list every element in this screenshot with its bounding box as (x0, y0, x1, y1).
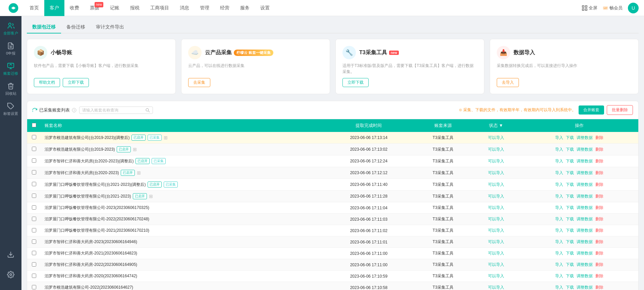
action-link-导入[interactable]: 导入 (555, 205, 563, 210)
action-link-导入[interactable]: 导入 (555, 274, 563, 278)
action-link-导入[interactable]: 导入 (555, 135, 563, 140)
action-link-调整数据[interactable]: 调整数据 (577, 251, 593, 256)
nav-bookkeeping[interactable]: 记账 (105, 0, 125, 16)
action-link-调整数据[interactable]: 调整数据 (577, 205, 593, 210)
action-link-调整数据[interactable]: 调整数据 (577, 182, 593, 187)
action-link-导入[interactable]: 导入 (555, 147, 563, 152)
nav-customer[interactable]: 客户 (44, 0, 64, 16)
action-link-下载[interactable]: 下载 (566, 262, 574, 267)
tab-backup-migrate[interactable]: 备份迁移 (61, 21, 91, 33)
action-link-删除[interactable]: 删除 (595, 182, 603, 187)
search-input[interactable] (82, 108, 143, 113)
sidebar-item-setting[interactable] (0, 265, 21, 285)
row-checkbox[interactable] (32, 135, 36, 139)
row-checkbox[interactable] (32, 170, 36, 174)
action-link-删除[interactable]: 删除 (595, 228, 603, 233)
nav-manage[interactable]: 管理 (195, 0, 215, 16)
action-link-导入[interactable]: 导入 (555, 170, 563, 175)
action-link-调整数据[interactable]: 调整数据 (577, 194, 593, 199)
search-icon[interactable] (145, 108, 150, 113)
user-avatar[interactable]: U (628, 3, 639, 13)
row-checkbox[interactable] (32, 251, 36, 255)
action-link-导入[interactable]: 导入 (555, 251, 563, 256)
row-checkbox[interactable] (32, 274, 36, 278)
row-checkbox[interactable] (32, 228, 36, 232)
action-link-调整数据[interactable]: 调整数据 (577, 239, 593, 244)
batch-delete-button[interactable]: 批量删除 (607, 105, 633, 115)
xiaochang-help-button[interactable]: 帮助文档 (34, 78, 60, 87)
nav-home[interactable]: 首页 (24, 0, 44, 16)
action-link-删除[interactable]: 删除 (595, 205, 603, 210)
action-link-导入[interactable]: 导入 (555, 182, 563, 187)
nav-operate[interactable]: 经营 (215, 0, 235, 16)
action-link-下载[interactable]: 下载 (566, 205, 574, 210)
action-link-调整数据[interactable]: 调整数据 (577, 285, 593, 290)
action-link-导入[interactable]: 导入 (555, 217, 563, 221)
action-link-下载[interactable]: 下载 (566, 239, 574, 244)
action-link-调整数据[interactable]: 调整数据 (577, 262, 593, 267)
row-checkbox[interactable] (32, 182, 36, 186)
action-link-删除[interactable]: 删除 (595, 135, 603, 140)
select-all-checkbox[interactable] (32, 123, 36, 127)
refresh-icon[interactable] (33, 108, 37, 113)
action-link-调整数据[interactable]: 调整数据 (577, 217, 593, 221)
nav-settings[interactable]: 设置 (255, 0, 275, 16)
action-link-删除[interactable]: 删除 (595, 262, 603, 267)
action-link-删除[interactable]: 删除 (595, 251, 603, 256)
import-go-button[interactable]: 去导入 (497, 78, 519, 87)
action-link-导入[interactable]: 导入 (555, 262, 563, 267)
action-link-删除[interactable]: 删除 (595, 194, 603, 199)
t3-download-button[interactable]: 立即下载 (342, 78, 369, 87)
action-link-下载[interactable]: 下载 (566, 159, 574, 163)
sidebar-item-recycle[interactable]: 回收站 (0, 79, 21, 99)
nav-invoice[interactable]: 票据new (85, 0, 105, 16)
vip-button[interactable]: VIP 畅会员 (603, 5, 623, 11)
action-link-下载[interactable]: 下载 (566, 182, 574, 187)
action-link-调整数据[interactable]: 调整数据 (577, 170, 593, 175)
nav-message[interactable]: 消息 (174, 0, 195, 16)
tab-data-migrate[interactable]: 数据包迁移 (27, 21, 61, 33)
action-link-下载[interactable]: 下载 (566, 285, 574, 290)
row-checkbox[interactable] (32, 194, 36, 198)
action-link-删除[interactable]: 删除 (595, 147, 603, 152)
action-link-删除[interactable]: 删除 (595, 217, 603, 221)
action-link-删除[interactable]: 删除 (595, 170, 603, 175)
action-link-下载[interactable]: 下载 (566, 147, 574, 152)
row-checkbox[interactable] (32, 158, 36, 163)
action-link-导入[interactable]: 导入 (555, 159, 563, 163)
action-link-下载[interactable]: 下载 (566, 194, 574, 199)
row-checkbox[interactable] (32, 205, 36, 210)
action-link-下载[interactable]: 下载 (566, 135, 574, 140)
row-checkbox[interactable] (32, 285, 36, 289)
action-link-调整数据[interactable]: 调整数据 (577, 135, 593, 140)
cloud-collect-button[interactable]: 去采集 (188, 78, 210, 87)
sidebar-item-account-migrate[interactable]: 账套迁移 (0, 59, 21, 79)
sidebar-item-all-customers[interactable]: 全部客户 (0, 19, 21, 39)
sidebar-item-zero-report[interactable]: 0申报 (0, 39, 21, 59)
nav-billing[interactable]: 收费 (64, 0, 85, 16)
action-link-调整数据[interactable]: 调整数据 (577, 147, 593, 152)
sidebar-item-download[interactable] (0, 244, 21, 265)
action-link-下载[interactable]: 下载 (566, 217, 574, 221)
action-link-删除[interactable]: 删除 (595, 239, 603, 244)
merge-account-button[interactable]: 合并账套 (579, 105, 604, 115)
action-link-调整数据[interactable]: 调整数据 (577, 274, 593, 278)
action-link-调整数据[interactable]: 调整数据 (577, 159, 593, 163)
action-link-下载[interactable]: 下载 (566, 274, 574, 278)
row-checkbox[interactable] (32, 217, 36, 221)
logo[interactable] (5, 3, 21, 13)
action-link-删除[interactable]: 删除 (595, 159, 603, 163)
action-link-删除[interactable]: 删除 (595, 274, 603, 278)
action-link-导入[interactable]: 导入 (555, 228, 563, 233)
action-link-下载[interactable]: 下载 (566, 170, 574, 175)
nav-business[interactable]: 工商项目 (145, 0, 174, 16)
action-link-导入[interactable]: 导入 (555, 239, 563, 244)
sidebar-item-tags[interactable]: 标签设置 (0, 99, 21, 119)
row-checkbox[interactable] (32, 239, 36, 244)
xiaochang-download-button[interactable]: 立即下载 (63, 78, 89, 87)
nav-service[interactable]: 服务 (235, 0, 255, 16)
nav-tax[interactable]: 报税 (125, 0, 145, 16)
action-link-下载[interactable]: 下载 (566, 251, 574, 256)
action-link-导入[interactable]: 导入 (555, 285, 563, 290)
fullscreen-button[interactable]: 全屏 (582, 5, 597, 11)
